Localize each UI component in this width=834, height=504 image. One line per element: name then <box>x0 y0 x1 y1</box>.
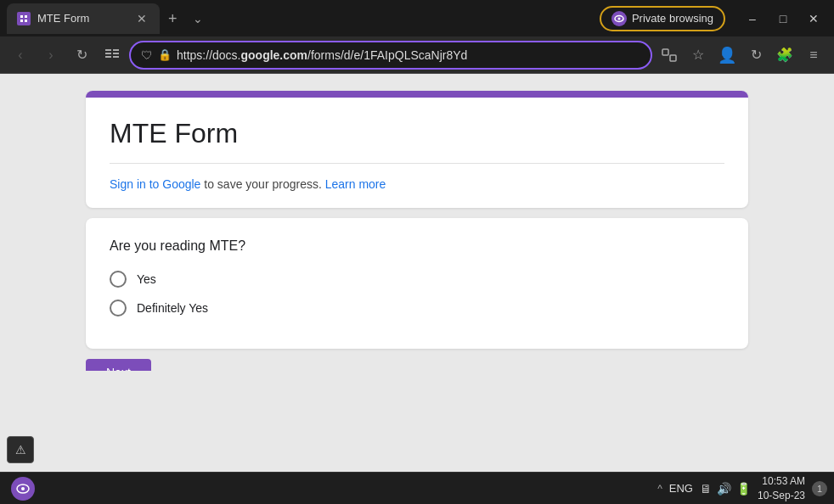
bookmark-button[interactable]: ☆ <box>685 42 712 69</box>
svg-rect-8 <box>105 56 111 58</box>
next-button[interactable]: Next <box>86 359 151 371</box>
taskbar-volume-icon: 🔊 <box>717 482 731 496</box>
svg-rect-6 <box>105 49 111 51</box>
svg-rect-1 <box>25 15 27 18</box>
translate-button[interactable] <box>656 42 683 69</box>
taskbar: ^ ENG 🖥 🔊 🔋 10:53 AM 10-Sep-23 1 <box>0 472 834 504</box>
form-header-body: MTE Form Sign in to Google to save your … <box>86 98 748 208</box>
minimize-button[interactable]: – <box>739 5 766 32</box>
learn-more-link[interactable]: Learn more <box>325 177 386 191</box>
radio-label-yes: Yes <box>137 272 156 286</box>
svg-rect-2 <box>20 20 23 22</box>
svg-rect-3 <box>25 20 27 22</box>
menu-button[interactable]: ≡ <box>800 42 827 69</box>
private-browsing-icon <box>611 11 627 26</box>
form-accent-bar <box>86 91 748 98</box>
svg-rect-7 <box>105 53 111 54</box>
sync-button[interactable]: ↻ <box>742 42 769 69</box>
active-tab[interactable]: MTE Form ✕ <box>7 3 160 34</box>
taskbar-display-icon: 🖥 <box>700 482 712 496</box>
svg-point-15 <box>21 487 25 490</box>
address-text[interactable]: https://docs.google.com/forms/d/e/1FAIpQ… <box>177 48 640 62</box>
lock-icon: 🔒 <box>158 48 172 61</box>
taskbar-system-icons: 🖥 🔊 🔋 <box>700 482 751 496</box>
question-text: Are you reading MTE? <box>110 238 724 254</box>
tab-favicon <box>17 12 31 25</box>
taskbar-right: ^ ENG 🖥 🔊 🔋 10:53 AM 10-Sep-23 1 <box>657 474 827 503</box>
private-browsing-button[interactable]: Private browsing <box>600 6 725 31</box>
taskbar-chevron-icon[interactable]: ^ <box>657 483 662 495</box>
taskbar-language: ENG <box>669 482 693 495</box>
tab-area: MTE Form ✕ + ⌄ <box>7 0 600 36</box>
taskbar-app[interactable] <box>7 473 39 505</box>
reader-mode-button[interactable] <box>99 42 126 69</box>
taskbar-clock: 10:53 AM 10-Sep-23 <box>758 474 805 503</box>
form-title: MTE Form <box>110 118 724 149</box>
private-browsing-label: Private browsing <box>632 12 713 25</box>
svg-rect-11 <box>113 56 119 58</box>
page-content: MTE Form Sign in to Google to save your … <box>0 74 834 472</box>
titlebar: MTE Form ✕ + ⌄ Private browsing – □ ✕ <box>0 0 834 36</box>
radio-label-definitely-yes: Definitely Yes <box>137 301 208 315</box>
shield-icon: 🛡 <box>141 48 153 62</box>
svg-rect-12 <box>662 49 668 55</box>
svg-rect-13 <box>670 55 676 61</box>
sign-in-link[interactable]: Sign in to Google <box>110 177 200 191</box>
reload-button[interactable]: ↻ <box>68 42 95 69</box>
svg-rect-10 <box>113 53 119 54</box>
feedback-button[interactable]: ⚠ <box>7 436 34 463</box>
new-tab-button[interactable]: + <box>160 11 186 26</box>
taskbar-battery-icon: 🔋 <box>736 482 751 496</box>
tab-close-button[interactable]: ✕ <box>134 11 149 26</box>
taskbar-time: 10:53 AM <box>758 474 805 489</box>
profile-button[interactable]: 👤 <box>713 42 741 69</box>
close-button[interactable]: ✕ <box>800 5 827 32</box>
signin-text: to save your progress. <box>200 177 321 191</box>
back-button[interactable]: ‹ <box>7 42 34 69</box>
address-bar[interactable]: 🛡 🔒 https://docs.google.com/forms/d/e/1F… <box>129 41 652 70</box>
svg-rect-0 <box>20 15 23 18</box>
taskbar-date: 10-Sep-23 <box>758 489 805 503</box>
navbar: ‹ › ↻ 🛡 🔒 https://docs.google.com/forms/… <box>0 36 834 74</box>
radio-circle-yes[interactable] <box>110 271 127 288</box>
form-question-card: Are you reading MTE? Yes Definitely Yes <box>86 218 748 349</box>
taskbar-app-icon <box>11 477 35 501</box>
svg-rect-9 <box>113 49 119 51</box>
form-signin-row: Sign in to Google to save your progress.… <box>110 163 724 191</box>
tab-dropdown-button[interactable]: ⌄ <box>186 12 210 25</box>
svg-point-5 <box>617 17 620 20</box>
forward-button[interactable]: › <box>37 42 65 69</box>
form-container: MTE Form Sign in to Google to save your … <box>86 91 748 455</box>
form-header-card: MTE Form Sign in to Google to save your … <box>86 91 748 208</box>
tab-title: MTE Form <box>37 12 127 25</box>
radio-option-definitely-yes[interactable]: Definitely Yes <box>110 300 724 316</box>
radio-option-yes[interactable]: Yes <box>110 271 724 288</box>
window-controls: – □ ✕ <box>739 5 827 32</box>
feedback-icon: ⚠ <box>15 443 26 456</box>
maximize-button[interactable]: □ <box>769 5 797 32</box>
partial-next-area: Next <box>86 359 748 371</box>
extensions-button[interactable]: 🧩 <box>771 42 798 69</box>
taskbar-notification-badge[interactable]: 1 <box>812 481 827 496</box>
radio-circle-definitely-yes[interactable] <box>110 300 127 316</box>
right-nav-buttons: ☆ 👤 ↻ 🧩 ≡ <box>656 42 827 69</box>
